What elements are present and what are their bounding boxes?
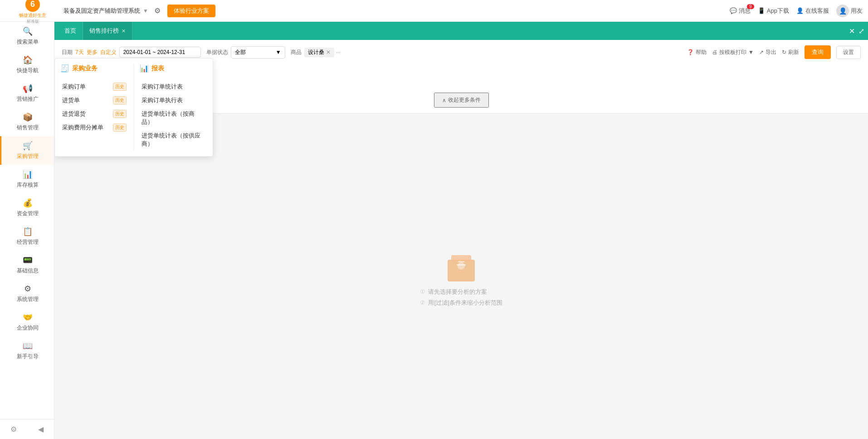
sidebar-label-nav: 快捷导航 [17, 67, 39, 74]
sidebar-item-purchase[interactable]: 🛒 采购管理 [0, 136, 54, 165]
sidebar-item-inventory[interactable]: 📊 库存核算 [0, 165, 54, 193]
goods-more[interactable]: ··· [336, 49, 341, 55]
sidebar-icon-nav: 🏠 [23, 55, 33, 65]
app-download-btn[interactable]: 📱 App下载 [758, 7, 789, 15]
print-icon: 🖨 [712, 49, 717, 55]
refresh-icon: ↻ [782, 49, 786, 55]
empty-state: ① 请先选择要分析的方案 ② 用[过滤]条件来缩小分析范围 [54, 113, 868, 439]
top-header: 6 畅捷通好生意 标准版 装备及固定资产辅助管理系统 ▼ ⚙ 体验行业方案 💬 … [0, 0, 868, 22]
tab-expand-btn[interactable]: ⤢ [858, 27, 864, 35]
sidebar-icon-base: 📟 [23, 255, 33, 265]
filter-settings-btn[interactable]: 设置 [836, 46, 861, 59]
avatar: 👤 [836, 5, 849, 17]
sidebar-icon-operation: 📋 [23, 227, 33, 237]
svg-rect-4 [458, 261, 464, 262]
help-btn[interactable]: ❓ 帮助 [687, 49, 707, 56]
content-area: 日期 7天 更多 自定义 单据状态 全部 ▼ 商品 [54, 40, 868, 439]
history-badge: 历史 [113, 110, 127, 118]
purchase-menu-item[interactable]: 进货退货 历史 [60, 107, 128, 121]
purchase-menu-item[interactable]: 采购订单 历史 [60, 80, 128, 94]
service-icon: 👤 [796, 7, 804, 14]
system-name-area: 装备及固定资产辅助管理系统 ▼ ⚙ [63, 5, 164, 17]
purchase-menu-icon: 🧾 [60, 64, 69, 73]
tab-home[interactable]: 首页 [58, 22, 83, 40]
report-menu-header: 📊 报表 [140, 64, 208, 75]
purchase-menu-column: 🧾 采购业务 采购订单 历史 进货单 历史 进货退货 历史 采购费用分摊单 历史 [55, 64, 134, 151]
sidebar-item-enterprise[interactable]: 🤝 企业协同 [0, 308, 54, 336]
history-badge: 历史 [113, 123, 127, 132]
sidebar-collapse-btn[interactable]: ◀ [38, 425, 44, 434]
purchase-menu-header: 🧾 采购业务 [60, 64, 128, 75]
date-more-btn[interactable]: 更多 [87, 49, 98, 56]
report-menu-column: 📊 报表 采购订单统计表采购订单执行表进货单统计表（按商品）进货单统计表（按供应… [134, 64, 213, 151]
tab-label-home: 首页 [64, 27, 76, 35]
print-btn[interactable]: 🖨 按模板打印 ▼ [712, 49, 754, 56]
sidebar-item-sales[interactable]: 📦 销售管理 [0, 108, 54, 136]
status-filter: 单据状态 全部 ▼ [206, 46, 285, 59]
export-btn[interactable]: ↗ 导出 [759, 49, 776, 56]
sidebar-bottom: ⚙ ◀ [0, 419, 54, 439]
sidebar-label-base: 基础信息 [17, 267, 39, 275]
system-name-text: 装备及固定资产辅助管理系统 [63, 7, 140, 15]
status-select[interactable]: 全部 ▼ [231, 46, 285, 59]
sidebar-item-operation[interactable]: 📋 经营管理 [0, 222, 54, 251]
sidebar-item-search[interactable]: 🔍 搜索菜单 [0, 22, 54, 50]
goods-tag: 设计桑 ✕ [304, 48, 334, 57]
report-menu-item[interactable]: 采购订单统计表 [140, 80, 208, 94]
sidebar-icon-inventory: 📊 [23, 169, 33, 179]
goods-filter: 商品 设计桑 ✕ ··· [291, 48, 341, 57]
sidebar-item-capital[interactable]: 💰 资金管理 [0, 193, 54, 222]
date-range-input[interactable] [119, 47, 201, 58]
sidebar-item-system[interactable]: ⚙ 系统管理 [0, 279, 54, 308]
purchase-menu-item[interactable]: 采购费用分摊单 历史 [60, 121, 128, 134]
purchase-menu-item[interactable]: 进货单 历史 [60, 94, 128, 107]
tab-close-btn[interactable]: ✕ [849, 27, 855, 35]
svg-rect-1 [451, 255, 471, 261]
header-right: 💬 消息 9 📱 App下载 👤 在线客服 👤 用友 [730, 5, 863, 17]
sidebar-label-capital: 资金管理 [17, 210, 39, 217]
sidebar-label-search: 搜索菜单 [17, 38, 39, 46]
sidebar-item-marketing[interactable]: 📢 营销推广 [0, 79, 54, 108]
goods-label: 商品 [291, 49, 302, 56]
header-settings-btn[interactable]: ⚙ [151, 5, 164, 17]
sidebar-icon-system: ⚙ [24, 284, 31, 294]
industry-btn[interactable]: 体验行业方案 [167, 5, 215, 17]
status-label: 单据状态 [206, 49, 228, 56]
goods-tag-close[interactable]: ✕ [326, 49, 331, 55]
sidebar-item-guide[interactable]: 📖 新手引导 [0, 336, 54, 365]
toolbar-right: ❓ 帮助 🖨 按模板打印 ▼ ↗ 导出 ↻ [687, 45, 861, 59]
sidebar-settings-btn[interactable]: ⚙ [10, 425, 17, 434]
sidebar: 🔍 搜索菜单 🏠 快捷导航 📢 营销推广 📦 销售管理 🛒 采购管理 📊 库存核… [0, 22, 54, 439]
date-custom-btn[interactable]: 自定义 [100, 49, 117, 56]
report-menu-item[interactable]: 采购订单执行表 [140, 94, 208, 107]
tab-sales-rank[interactable]: 销售排行榜✕ [83, 22, 132, 40]
svg-rect-3 [457, 264, 466, 266]
empty-hints: ① 请先选择要分析的方案 ② 用[过滤]条件来缩小分析范围 [420, 288, 502, 307]
refresh-btn[interactable]: ↻ 刷新 [782, 49, 799, 56]
report-menu-item[interactable]: 进货单统计表（按商品） [140, 107, 208, 129]
query-btn[interactable]: 查询 [805, 45, 831, 59]
mobile-icon: 📱 [758, 7, 765, 14]
logo-text: 畅捷通好生意 [19, 12, 46, 19]
report-menu-icon: 📊 [140, 64, 149, 73]
sidebar-label-marketing: 营销推广 [17, 95, 39, 103]
chevron-down-icon: ▼ [276, 49, 281, 55]
sidebar-item-nav[interactable]: 🏠 快捷导航 [0, 50, 54, 79]
sidebar-item-base[interactable]: 📟 基础信息 [0, 251, 54, 279]
collapse-btn[interactable]: ∧ 收起更多条件 [434, 93, 489, 108]
sidebar-icon-search: 🔍 [23, 26, 33, 36]
online-service-btn[interactable]: 👤 在线客服 [796, 7, 829, 15]
message-btn[interactable]: 💬 消息 9 [730, 7, 751, 15]
date-7day-btn[interactable]: 7天 [75, 49, 84, 56]
user-btn[interactable]: 👤 用友 [836, 5, 863, 17]
main-layout: 🔍 搜索菜单 🏠 快捷导航 📢 营销推广 📦 销售管理 🛒 采购管理 📊 库存核… [0, 22, 868, 439]
sidebar-icon-sales: 📦 [23, 112, 33, 122]
tab-close-sales-rank[interactable]: ✕ [122, 28, 126, 34]
system-dropdown-btn[interactable]: ▼ [143, 8, 148, 14]
svg-point-2 [458, 262, 465, 270]
date-filter-group: 日期 7天 更多 自定义 [62, 47, 201, 58]
export-icon: ↗ [759, 49, 764, 55]
sidebar-icon-guide: 📖 [23, 341, 33, 351]
sidebar-icon-enterprise: 🤝 [23, 312, 33, 322]
report-menu-item[interactable]: 进货单统计表（按供应商） [140, 129, 208, 151]
